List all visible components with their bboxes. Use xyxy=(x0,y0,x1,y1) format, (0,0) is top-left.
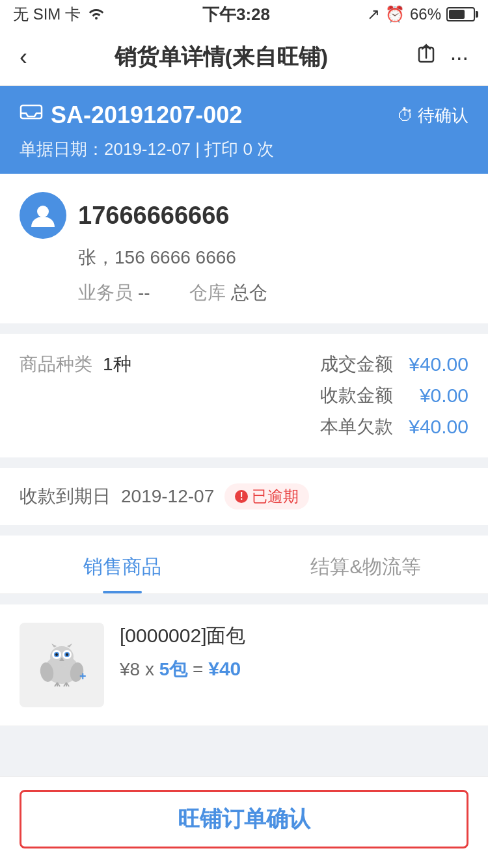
product-price: ¥8 x 5包 = ¥40 xyxy=(120,657,468,682)
inbox-icon xyxy=(20,103,43,128)
bottom-bar: 旺铺订单确认 xyxy=(0,776,488,868)
customer-avatar xyxy=(20,192,66,239)
equals: = xyxy=(187,659,208,679)
quantity: 5包 xyxy=(159,659,188,679)
carrier-text: 无 SIM 卡 xyxy=(13,4,81,25)
more-icon[interactable]: ··· xyxy=(450,44,468,70)
svg-text:+: + xyxy=(79,670,87,683)
tab-settlement-label: 结算&物流等 xyxy=(310,556,421,577)
svg-marker-15 xyxy=(67,644,72,647)
sales-rep-label: 业务员 xyxy=(78,280,133,305)
order-id-text: SA-20191207-002 xyxy=(51,102,242,129)
product-thumbnail: + xyxy=(20,623,104,707)
sales-rep-value: -- xyxy=(138,282,150,303)
svg-point-9 xyxy=(55,653,58,656)
amount-value-1: ¥0.00 xyxy=(403,385,468,407)
svg-point-2 xyxy=(37,206,49,217)
clock-icon: ⏱ xyxy=(397,105,414,126)
product-info: [0000002]面包 ¥8 x 5包 = ¥40 xyxy=(120,623,468,682)
page-title: 销货单详情(来自旺铺) xyxy=(115,42,329,72)
order-date: 单据日期：2019-12-07 | 打印 0 次 xyxy=(20,138,468,161)
overdue-dot-icon: ! xyxy=(235,490,248,503)
category-label: 商品种类 xyxy=(20,352,92,377)
back-button[interactable]: ‹ xyxy=(20,44,27,71)
category-value: 1种 xyxy=(103,352,131,377)
wifi-icon xyxy=(87,5,105,23)
svg-marker-14 xyxy=(51,644,57,647)
confirm-button[interactable]: 旺铺订单确认 xyxy=(20,790,468,848)
summary-left: 商品种类 1种 xyxy=(20,352,131,377)
svg-point-10 xyxy=(66,653,68,656)
order-header: SA-20191207-002 ⏱ 待确认 单据日期：2019-12-07 | … xyxy=(0,86,488,174)
alarm-icon: ⏰ xyxy=(385,5,405,23)
duedate-label: 收款到期日 xyxy=(20,484,111,509)
order-id-section: SA-20191207-002 xyxy=(20,102,242,129)
battery-icon xyxy=(446,7,475,21)
unit-price: ¥8 x xyxy=(120,659,159,679)
status-bar: 无 SIM 卡 下午3:28 ↗ ⏰ 66% xyxy=(0,0,488,29)
battery-percent: 66% xyxy=(410,5,441,23)
warehouse-value: 总仓 xyxy=(231,280,267,305)
product-list: + [0000002]面包 ¥8 x 5包 = ¥40 xyxy=(0,604,488,726)
customer-meta: 业务员 -- 仓库 总仓 xyxy=(78,280,468,305)
tabs-header: 销售商品 结算&物流等 xyxy=(0,536,488,594)
customer-name: 张，156 6666 6666 xyxy=(78,245,468,270)
amount-label-1: 收款金额 xyxy=(320,383,393,408)
duedate-section: 收款到期日 2019-12-07 ! 已逾期 xyxy=(0,468,488,525)
summary-section: 商品种类 1种 成交金额 ¥40.00 收款金额 ¥0.00 本单欠款 ¥40.… xyxy=(0,334,488,457)
order-status: ⏱ 待确认 xyxy=(397,104,468,127)
total-price: ¥40 xyxy=(208,658,241,679)
amount-value-2: ¥40.00 xyxy=(403,416,468,438)
duedate-value: 2019-12-07 xyxy=(121,486,214,507)
warehouse-label: 仓库 xyxy=(189,280,226,305)
tab-settlement[interactable]: 结算&物流等 xyxy=(244,536,488,593)
status-time: 下午3:28 xyxy=(202,3,270,26)
overdue-text: 已逾期 xyxy=(252,486,299,507)
tab-products[interactable]: 销售商品 xyxy=(0,536,244,593)
order-status-text: 待确认 xyxy=(418,104,468,127)
summary-right: 成交金额 ¥40.00 收款金额 ¥0.00 本单欠款 ¥40.00 xyxy=(320,352,468,439)
amount-label-0: 成交金额 xyxy=(320,352,393,377)
overdue-badge: ! 已逾期 xyxy=(224,483,309,509)
amount-label-2: 本单欠款 xyxy=(320,414,393,439)
product-item: + [0000002]面包 ¥8 x 5包 = ¥40 xyxy=(0,604,488,726)
location-icon: ↗ xyxy=(367,5,380,23)
customer-section: 17666666666 张，156 6666 6666 业务员 -- 仓库 总仓 xyxy=(0,174,488,323)
product-name: [0000002]面包 xyxy=(120,623,468,649)
tab-products-label: 销售商品 xyxy=(83,556,161,577)
customer-phone: 17666666666 xyxy=(78,202,229,230)
nav-bar: ‹ 销货单详情(来自旺铺) ··· xyxy=(0,29,488,86)
status-right: ↗ ⏰ 66% xyxy=(367,5,475,23)
nav-actions: ··· xyxy=(415,44,468,71)
status-left: 无 SIM 卡 xyxy=(13,4,105,25)
tabs-section: 销售商品 结算&物流等 xyxy=(0,536,488,594)
share-icon[interactable] xyxy=(415,44,437,71)
amount-value-0: ¥40.00 xyxy=(403,353,468,375)
